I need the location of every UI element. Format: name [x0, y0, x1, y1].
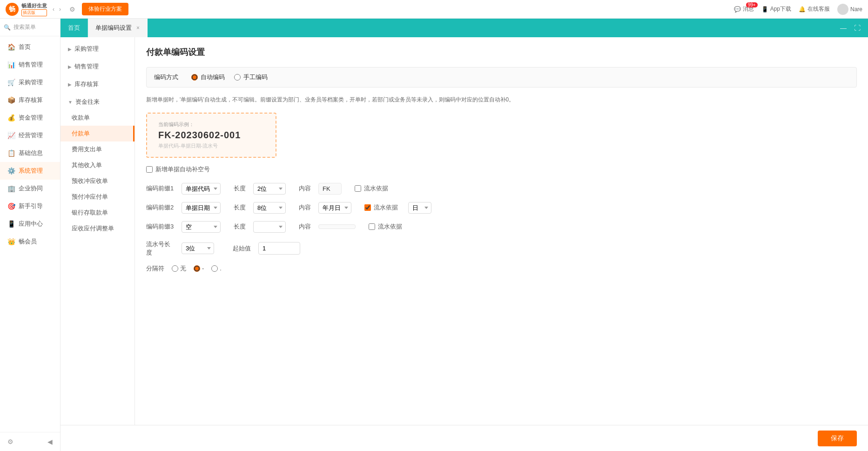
sub-item-advance-receivable[interactable]: 预收冲应收单 — [61, 173, 135, 189]
sub-sidebar: ▶ 采购管理 ▶ 销售管理 ▶ 库存核算 — [61, 37, 135, 425]
sidebar-item-basic-info[interactable]: 📋 基础信息 — [0, 144, 60, 162]
start-value-label: 起始值 — [233, 244, 251, 253]
online-service-btn[interactable]: 🔔 在线客服 — [799, 5, 830, 13]
bottom-settings-icon[interactable]: ⚙ — [7, 438, 13, 445]
water2-check: 流水依据 — [364, 203, 398, 212]
app-download-btn[interactable]: 📱 App下载 — [761, 5, 791, 13]
auto-zero-row: 新增单据自动补空号 — [146, 165, 857, 174]
sub-item-bank[interactable]: 银行存取款单 — [61, 205, 135, 221]
prefix1-label: 编码前缀1 — [146, 184, 174, 193]
top-bar: 畅 畅通好生意 插店版 ‹ › ⚙ 体验行业方案 💬 消息 99+ 📱 App下… — [0, 0, 868, 19]
serial-length-select[interactable]: 3位 4位 5位 6位 — [182, 242, 214, 254]
chevron-right-icon: ▶ — [68, 47, 72, 52]
water2-checkbox[interactable] — [364, 204, 371, 211]
sub-group-inventory: ▶ 库存核算 — [61, 76, 135, 92]
sep-dash-label[interactable]: - — [194, 265, 204, 272]
sub-item-expense[interactable]: 费用支出单 — [61, 141, 135, 157]
sidebar-item-inventory[interactable]: 📦 库存核算 — [0, 91, 60, 109]
tab-maximize-btn[interactable]: ⛶ — [852, 22, 862, 34]
tab-minimize-btn[interactable]: — — [838, 22, 848, 34]
water3-checkbox[interactable] — [369, 223, 375, 230]
auto-zero-checkbox[interactable] — [146, 166, 153, 173]
sidebar-item-system[interactable]: ⚙️ 系统管理 — [0, 162, 60, 180]
sub-group-inventory-title[interactable]: ▶ 库存核算 — [61, 76, 135, 92]
sep-none-radio[interactable] — [172, 265, 178, 272]
basic-icon: 📋 — [7, 149, 15, 157]
water2-label[interactable]: 流水依据 — [374, 203, 398, 212]
length3-select[interactable] — [253, 221, 286, 233]
search-icon: 🔍 — [4, 24, 11, 31]
sep-none-label[interactable]: 无 — [172, 264, 186, 273]
form-area: 付款单编码设置 编码方式 自动编码 手工编码 — [135, 37, 868, 425]
manual-code-radio[interactable] — [234, 74, 241, 81]
sub-item-other-income[interactable]: 其他收入单 — [61, 157, 135, 173]
sidebar-item-enterprise[interactable]: 🏢 企业协同 — [0, 180, 60, 197]
sidebar-item-sales[interactable]: 📊 销售管理 — [0, 56, 60, 74]
app-icon: 📱 — [761, 6, 768, 13]
prefix3-select[interactable]: 单据代码 单据日期 空 部门 业务员 — [182, 221, 221, 233]
sep-dot-label[interactable]: . — [211, 265, 222, 272]
trial-button[interactable]: 体验行业方案 — [82, 3, 128, 15]
tab-current[interactable]: 单据编码设置 × — [88, 19, 148, 37]
auto-code-radio-label[interactable]: 自动编码 — [191, 73, 225, 81]
tab-close-btn[interactable]: × — [136, 25, 140, 31]
sidebar-bottom: ⚙ ◀ — [0, 432, 60, 451]
length1-select[interactable]: 2位 4位 6位 8位 — [253, 183, 286, 195]
encoding-method-label: 编码方式 — [154, 73, 178, 81]
prefix1-select[interactable]: 单据代码 单据日期 空 部门 业务员 — [182, 183, 221, 195]
sub-item-receipt[interactable]: 收款单 — [61, 110, 135, 126]
nav-back-btn[interactable]: ‹ — [51, 5, 56, 13]
service-icon: 🔔 — [799, 6, 806, 13]
sidebar-item-home[interactable]: 🏠 首页 — [0, 38, 60, 56]
top-bar-left: 畅 畅通好生意 插店版 ‹ › ⚙ 体验行业方案 — [6, 2, 128, 16]
sep-dash-radio[interactable] — [194, 265, 200, 272]
water1-checkbox[interactable] — [355, 185, 361, 192]
water2-unit-select[interactable]: 日 月 年 — [408, 202, 431, 214]
content1-label: 内容 — [299, 184, 311, 193]
manual-code-radio-label[interactable]: 手工编码 — [234, 73, 268, 81]
sub-group-capital-title[interactable]: ▼ 资金往来 — [61, 94, 135, 110]
sidebar-item-member[interactable]: 👑 畅会员 — [0, 233, 60, 250]
separator-label: 分隔符 — [146, 264, 164, 273]
auto-zero-label[interactable]: 新增单据自动补空号 — [155, 165, 210, 174]
sales-icon: 📊 — [7, 61, 15, 68]
prefix2-select[interactable]: 单据代码 单据日期 空 部门 业务员 — [182, 202, 221, 214]
nav-forward-btn[interactable]: › — [57, 5, 63, 13]
encoding-method-section: 编码方式 自动编码 手工编码 — [146, 67, 857, 88]
sidebar-nav: 🏠 首页 📊 销售管理 🛒 采购管理 📦 库存核算 💰 资金管理 📈 经 — [0, 36, 60, 432]
save-button[interactable]: 保存 — [818, 431, 857, 446]
sub-group-purchase-title[interactable]: ▶ 采购管理 — [61, 41, 135, 57]
tab-home[interactable]: 首页 — [61, 19, 88, 37]
sidebar-item-guide[interactable]: 🎯 新手引导 — [0, 197, 60, 215]
finance-icon: 💰 — [7, 114, 15, 121]
auto-code-radio[interactable] — [191, 74, 198, 81]
length2-select[interactable]: 2位 4位 6位 8位 — [253, 202, 286, 214]
message-icon: 💬 — [734, 6, 741, 13]
water3-label[interactable]: 流水依据 — [378, 222, 402, 231]
sub-group-sales-title[interactable]: ▶ 销售管理 — [61, 59, 135, 74]
sub-item-adjustment[interactable]: 应收应付调整单 — [61, 221, 135, 236]
collapse-icon[interactable]: ◀ — [47, 438, 53, 445]
tab-bar-actions: — ⛶ — [838, 22, 868, 34]
content-area: 首页 单据编码设置 × — ⛶ ▶ 采购管理 — [61, 19, 868, 451]
water1-label[interactable]: 流水依据 — [364, 184, 388, 193]
top-settings-btn[interactable]: ⚙ — [67, 5, 78, 14]
sidebar-search[interactable]: 🔍 搜索菜单 — [0, 19, 60, 36]
prefix3-label: 编码前缀3 — [146, 222, 174, 231]
user-area[interactable]: Nare — [837, 4, 862, 15]
sidebar-item-operation[interactable]: 📈 经营管理 — [0, 127, 60, 144]
code-preview-box: 当前编码示例： FK-20230602-001 单据代码-单据日期-流水号 — [146, 113, 276, 158]
prefix2-row: 编码前缀2 单据代码 单据日期 空 部门 业务员 长度 2位 4位 6位 8位 — [146, 202, 857, 214]
sep-dot-radio[interactable] — [211, 265, 218, 272]
sub-item-advance-payable[interactable]: 预付冲应付单 — [61, 189, 135, 205]
start-value-input[interactable] — [258, 242, 300, 255]
system-icon: ⚙️ — [7, 167, 15, 175]
sidebar-item-appstore[interactable]: 📱 应用中心 — [0, 215, 60, 233]
sidebar-item-purchase[interactable]: 🛒 采购管理 — [0, 74, 60, 91]
sidebar-item-finance[interactable]: 💰 资金管理 — [0, 109, 60, 127]
content2-select[interactable]: 年月日 年月 年 — [318, 202, 351, 214]
message-btn[interactable]: 💬 消息 99+ — [734, 5, 754, 13]
home-icon: 🏠 — [7, 43, 15, 51]
sub-item-payment[interactable]: 付款单 — [61, 126, 135, 141]
appstore-icon: 📱 — [7, 220, 15, 228]
